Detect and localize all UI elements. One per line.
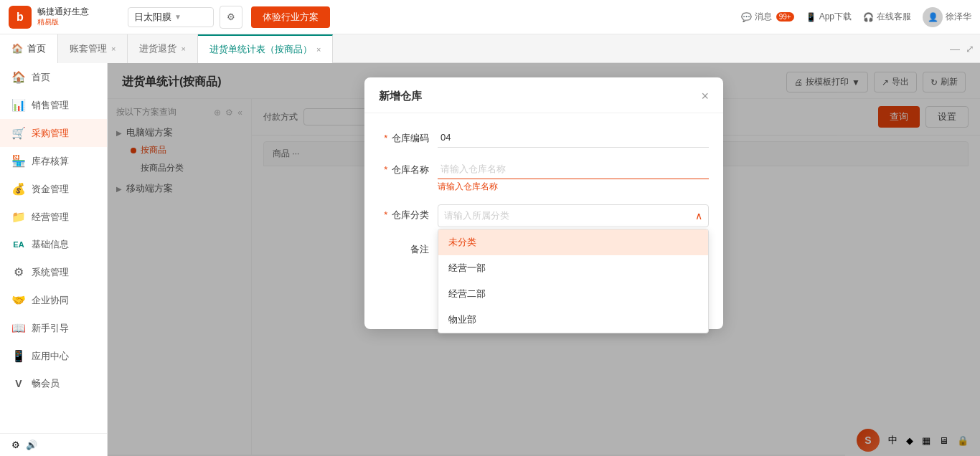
dropdown-item-dept1[interactable]: 经营一部 <box>438 255 708 281</box>
sidebar-purchase-label: 采购管理 <box>32 127 69 140</box>
name-error-msg: 请输入仓库名称 <box>438 181 709 193</box>
settings-button[interactable]: ⚙ <box>220 6 242 29</box>
top-bar: b 畅捷通好生意 精易版 日太阳膜 ▼ ⚙ 体验行业方案 💬 消息 99+ 📱 … <box>0 0 980 34</box>
modal-overlay: 新增仓库 × * 仓库编码 <box>108 63 980 456</box>
category-dropdown: 未分类 经营一部 经营二部 物业部 <box>438 229 709 333</box>
sidebar-item-system[interactable]: ⚙ 系统管理 <box>0 258 107 286</box>
sidebar-system-label: 系统管理 <box>32 266 69 279</box>
sidebar-item-basic[interactable]: EA 基础信息 <box>0 231 107 258</box>
category-arrow-icon: ∧ <box>695 210 702 222</box>
tab-bar: 🏠 首页 账套管理 × 进货退货 × 进货单统计表（按商品） × — ⤢ <box>0 34 980 63</box>
tab-stats-close-icon[interactable]: × <box>316 45 321 54</box>
store-selector[interactable]: 日太阳膜 ▼ <box>128 7 214 27</box>
dropdown-item-dept2[interactable]: 经营二部 <box>438 281 708 307</box>
app-download-button[interactable]: 📱 App下载 <box>806 11 852 23</box>
store-arrow-icon: ▼ <box>174 13 182 21</box>
tab-account[interactable]: 账套管理 × <box>58 34 128 63</box>
sidebar-item-finance[interactable]: 💰 资金管理 <box>0 175 107 203</box>
sidebar-bottom: ⚙ 🔊 <box>0 433 107 456</box>
finance-icon: 💰 <box>11 182 26 196</box>
name-input[interactable] <box>438 159 709 179</box>
service-button[interactable]: 🎧 在线客服 <box>863 11 911 23</box>
sales-icon: 📊 <box>11 98 26 112</box>
message-badge: 99+ <box>776 12 794 22</box>
modal-body: * 仓库编码 * 仓库名称 <box>364 113 723 285</box>
member-icon: V <box>11 378 26 389</box>
message-icon: 💬 <box>741 12 752 22</box>
sidebar-item-purchase[interactable]: 🛒 采购管理 <box>0 119 107 147</box>
sidebar-inventory-label: 库存核算 <box>32 155 69 168</box>
tab-stats[interactable]: 进货单统计表（按商品） × <box>198 34 333 63</box>
guide-icon: 📖 <box>11 321 26 335</box>
tab-home-label: 首页 <box>27 42 46 55</box>
sidebar-finance-label: 资金管理 <box>32 183 69 196</box>
modal-new-warehouse: 新增仓库 × * 仓库编码 <box>364 77 723 329</box>
sidebar-item-home[interactable]: 🏠 首页 <box>0 63 107 91</box>
purchase-icon: 🛒 <box>11 126 26 140</box>
basic-icon: EA <box>11 240 26 249</box>
code-field-row: * 仓库编码 <box>379 128 709 148</box>
trial-button[interactable]: 体验行业方案 <box>251 6 330 28</box>
sidebar-item-sales[interactable]: 📊 销售管理 <box>0 91 107 119</box>
tab-account-label: 账套管理 <box>70 42 107 55</box>
logo-version: 精易版 <box>37 17 89 27</box>
sidebar-item-guide[interactable]: 📖 新手引导 <box>0 314 107 342</box>
name-field: 请输入仓库名称 <box>438 159 709 193</box>
inventory-icon: 🏪 <box>11 154 26 168</box>
sidebar-item-inventory[interactable]: 🏪 库存核算 <box>0 147 107 175</box>
logo-icon: b <box>9 6 32 29</box>
tab-purchase-return-label: 进货退货 <box>139 42 176 55</box>
sidebar-basic-label: 基础信息 <box>32 238 69 251</box>
sidebar: 🏠 首页 📊 销售管理 🛒 采购管理 🏪 库存核算 💰 资金管理 📁 经营管理 … <box>0 63 108 456</box>
volume-icon[interactable]: 🔊 <box>26 440 37 450</box>
sidebar-item-operation[interactable]: 📁 经营管理 <box>0 203 107 231</box>
tab-bar-controls: — ⤢ <box>950 43 980 54</box>
sidebar-apps-label: 应用中心 <box>32 350 69 363</box>
tab-home[interactable]: 🏠 首页 <box>0 34 58 63</box>
sidebar-cooperation-label: 企业协同 <box>32 294 69 307</box>
code-field <box>438 128 709 148</box>
apps-icon: 📱 <box>11 349 26 363</box>
sidebar-home-label: 首页 <box>32 71 50 84</box>
maximize-icon[interactable]: ⤢ <box>966 43 974 54</box>
sidebar-sales-label: 销售管理 <box>32 99 69 112</box>
logo-area: b 畅捷通好生意 精易版 <box>9 6 116 29</box>
category-placeholder: 请输入所属分类 <box>444 209 509 222</box>
dropdown-item-unclassified[interactable]: 未分类 <box>438 229 708 255</box>
sidebar-member-label: 畅会员 <box>32 377 60 390</box>
tab-purchase-return[interactable]: 进货退货 × <box>128 34 197 63</box>
modal-close-button[interactable]: × <box>701 89 709 104</box>
modal-title: 新增仓库 <box>379 90 422 103</box>
user-profile[interactable]: 👤 徐泽华 <box>923 7 971 27</box>
sidebar-item-member[interactable]: V 畅会员 <box>0 370 107 397</box>
sidebar-item-cooperation[interactable]: 🤝 企业协同 <box>0 286 107 314</box>
message-label: 消息 <box>755 11 772 23</box>
category-selector[interactable]: 请输入所属分类 ∧ <box>438 204 709 227</box>
sidebar-guide-label: 新手引导 <box>32 322 69 335</box>
gear-icon: ⚙ <box>227 11 235 22</box>
tab-account-close-icon[interactable]: × <box>111 44 116 53</box>
settings-bottom-icon[interactable]: ⚙ <box>11 440 20 450</box>
name-label: * 仓库名称 <box>379 159 429 176</box>
category-field[interactable]: 请输入所属分类 ∧ 未分类 经营一部 经营二部 物业部 <box>438 204 709 227</box>
avatar: 👤 <box>923 7 943 27</box>
tab-purchase-return-close-icon[interactable]: × <box>181 44 185 53</box>
cooperation-icon: 🤝 <box>11 293 26 307</box>
app-label: App下载 <box>819 11 852 23</box>
message-button[interactable]: 💬 消息 99+ <box>741 11 794 23</box>
top-right-area: 💬 消息 99+ 📱 App下载 🎧 在线客服 👤 徐泽华 <box>741 7 971 27</box>
service-label: 在线客服 <box>877 11 911 23</box>
modal-header: 新增仓库 × <box>364 77 723 113</box>
tab-stats-label: 进货单统计表（按商品） <box>209 43 312 56</box>
dropdown-item-dept3[interactable]: 物业部 <box>438 307 708 333</box>
name-field-row: * 仓库名称 请输入仓库名称 <box>379 159 709 193</box>
sidebar-item-apps[interactable]: 📱 应用中心 <box>0 342 107 370</box>
remark-label: 备注 <box>379 239 429 256</box>
headset-icon: 🎧 <box>863 12 874 22</box>
minimize-icon[interactable]: — <box>950 43 960 54</box>
phone-icon: 📱 <box>806 12 816 22</box>
content-area: 进货单统计(按商品) 🖨 按模板打印 ▼ ↗ 导出 ↻ 刷新 <box>108 63 980 456</box>
operation-icon: 📁 <box>11 210 26 224</box>
code-input[interactable] <box>438 128 709 148</box>
system-icon: ⚙ <box>11 265 26 279</box>
